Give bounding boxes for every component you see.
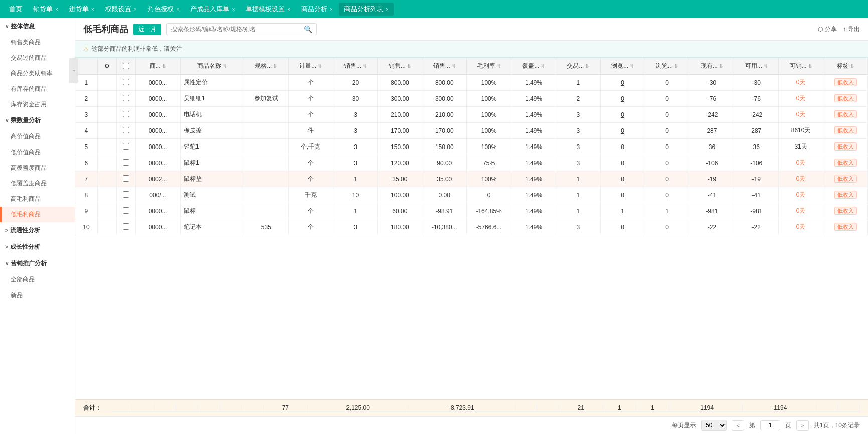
sidebar-group-整体信息[interactable]: ∨整体信息 (0, 18, 75, 35)
sidebar-item-高价值商品[interactable]: 高价值商品 (0, 129, 75, 144)
nav-close-icon[interactable]: × (177, 7, 180, 12)
nav-item-销货单[interactable]: 销货单× (28, 3, 63, 16)
sort-icon[interactable]: ⇅ (162, 64, 166, 69)
prev-page-button[interactable]: ＜ (732, 420, 744, 431)
sidebar-item-高覆盖度商品[interactable]: 高覆盖度商品 (0, 160, 75, 176)
row-trade: 2 (556, 91, 600, 107)
col-label: 商... (150, 62, 161, 70)
nav-item-商品分析列表[interactable]: 商品分析列表× (339, 3, 394, 16)
next-page-button[interactable]: ＞ (796, 420, 809, 431)
select-all-checkbox[interactable] (123, 63, 129, 69)
sort-icon[interactable]: ⇅ (764, 64, 768, 69)
row-checkbox[interactable] (123, 223, 129, 230)
nav-close-icon[interactable]: × (386, 7, 389, 12)
row-checkbox[interactable] (123, 143, 129, 150)
sort-icon[interactable]: ⇅ (541, 64, 545, 69)
row-code: 000/... (136, 187, 181, 203)
export-label: 导出 (848, 25, 860, 34)
row-checkbox[interactable] (123, 111, 129, 117)
nav-item-单据模板设置[interactable]: 单据模板设置× (241, 3, 295, 16)
sidebar-item-全部商品[interactable]: 全部商品 (0, 272, 75, 287)
sidebar-item-高毛利商品[interactable]: 高毛利商品 (0, 191, 75, 207)
nav-item-角色授权[interactable]: 角色授权× (143, 3, 185, 16)
row-gross-rate: 100% (467, 91, 511, 107)
nav-close-icon[interactable]: × (55, 7, 58, 12)
share-button[interactable]: ⬡ 分享 (818, 25, 837, 34)
row-code: 0000... (136, 155, 181, 171)
sidebar-item-低覆盖度商品[interactable]: 低覆盖度商品 (0, 176, 75, 191)
row-checkbox[interactable] (123, 175, 129, 182)
row-checkbox[interactable] (123, 127, 129, 133)
nav-item-商品分析[interactable]: 商品分析× (296, 3, 338, 16)
sidebar-group-成长性分析[interactable]: >成长性分析 (0, 239, 75, 255)
nav-item-进货单[interactable]: 进货单× (64, 3, 99, 16)
col-header-code: 商...⇅ (136, 58, 181, 75)
sidebar-item-低价值商品[interactable]: 低价值商品 (0, 144, 75, 160)
row-view1: 0 (600, 187, 645, 203)
export-button[interactable]: ↑ 导出 (843, 25, 860, 34)
col-label: 销售... (344, 62, 361, 70)
row-gross-rate: 100% (467, 75, 511, 91)
footer-cell-5 (220, 404, 242, 412)
row-saleable: 0天 (779, 219, 823, 235)
row-checkbox[interactable] (123, 95, 129, 101)
sidebar-group-营销推广分析[interactable]: ∨营销推广分析 (0, 255, 75, 272)
search-icon[interactable]: 🔍 (304, 25, 312, 33)
date-filter-button[interactable]: 近一月 (133, 24, 161, 35)
sort-icon[interactable]: ⇅ (808, 64, 812, 69)
nav-close-icon[interactable]: × (330, 7, 333, 12)
sort-icon[interactable]: ⇅ (719, 64, 723, 69)
row-checkbox[interactable] (123, 207, 129, 214)
sort-icon[interactable]: ⇅ (363, 64, 367, 69)
sort-icon[interactable]: ⇅ (585, 64, 589, 69)
nav-item-产成品入库单[interactable]: 产成品入库单× (185, 3, 240, 16)
row-settings (97, 107, 116, 123)
row-saleable: 0天 (779, 155, 823, 171)
sidebar-item-商品分类助销率[interactable]: 商品分类助销率 (0, 66, 75, 81)
sort-icon[interactable]: ⇅ (630, 64, 634, 69)
sidebar-item-有库存的商品[interactable]: 有库存的商品 (0, 81, 75, 97)
nav-close-icon[interactable]: × (287, 7, 290, 12)
sidebar-item-销售类商品[interactable]: 销售类商品 (0, 35, 75, 50)
sort-icon[interactable]: ⇅ (674, 64, 678, 69)
per-page-select[interactable]: 50 100 200 (701, 420, 727, 431)
sidebar-group-乘数量分析[interactable]: ∨乘数量分析 (0, 112, 75, 129)
sidebar-item-库存资金占用[interactable]: 库存资金占用 (0, 97, 75, 112)
sidebar-item-交易过的商品[interactable]: 交易过的商品 (0, 50, 75, 66)
sort-icon[interactable]: ⇅ (850, 64, 854, 69)
sidebar-item-新品[interactable]: 新品 (0, 287, 75, 303)
sidebar-item-低毛利商品[interactable]: 低毛利商品 (0, 207, 75, 222)
sidebar-group-流通性分析[interactable]: >流通性分析 (0, 222, 75, 239)
row-view2: 0 (645, 219, 689, 235)
sort-icon[interactable]: ⇅ (318, 64, 322, 69)
sort-icon[interactable]: ⇅ (452, 64, 456, 69)
nav-item-权限设置[interactable]: 权限设置× (100, 3, 142, 16)
sort-icon[interactable]: ⇅ (223, 64, 227, 69)
row-checkbox[interactable] (123, 191, 129, 198)
row-trade: 1 (556, 171, 600, 187)
row-sales-qty: 10 (333, 187, 378, 203)
page-input[interactable] (760, 420, 780, 430)
nav-close-icon[interactable]: × (232, 7, 235, 12)
search-input[interactable] (171, 26, 301, 33)
row-checkbox[interactable] (123, 159, 129, 166)
row-name: 电话机 (180, 107, 244, 123)
total-info: 共1页，10条记录 (814, 421, 860, 430)
nav-close-icon[interactable]: × (134, 7, 137, 12)
row-sales-qty: 3 (333, 219, 378, 235)
footer-cell-11 (537, 404, 559, 412)
sort-icon[interactable]: ⇅ (407, 64, 411, 69)
settings-icon[interactable]: ⚙ (104, 63, 110, 70)
sort-icon[interactable]: ⇅ (273, 64, 277, 69)
sidebar-collapse-button[interactable]: « (69, 58, 78, 83)
row-name: 鼠标1 (180, 155, 244, 171)
sort-icon[interactable]: ⇅ (497, 64, 501, 69)
table-row: 70002...鼠标垫个135.0035.00100%1.49%100-19-1… (75, 171, 868, 187)
row-stock: -22 (689, 219, 734, 235)
footer-cell-7: 77 (263, 404, 307, 412)
nav-close-icon[interactable]: × (91, 7, 94, 12)
notice-bar: ⚠ 这部分商品的利润非常低，请关注 (75, 41, 868, 58)
row-trade: 3 (556, 139, 600, 155)
row-checkbox[interactable] (123, 79, 129, 85)
nav-item-首页[interactable]: 首页 (4, 3, 27, 16)
